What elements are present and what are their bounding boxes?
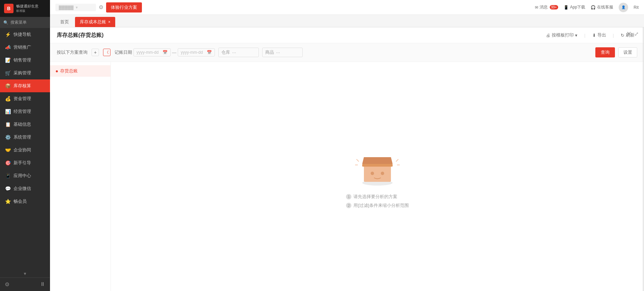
sidebar-item-label: 新手引导 [14, 160, 31, 166]
sidebar-item-finance[interactable]: 💰 资金管理 [0, 92, 50, 105]
logo-icon: B [4, 4, 14, 13]
sidebar-item-label: 资金管理 [14, 96, 31, 102]
top-header: ▓▓▓▓▓ ▾ ⚙ 体验行业方案 ✉ 消息 99+ 📱 App下载 🎧 在线客服… [50, 0, 644, 15]
operation-icon: 📊 [5, 108, 11, 115]
sidebar-item-label: 销售管理 [14, 57, 31, 63]
scheme-item-inventory-ledger[interactable]: ● 存货总账 [50, 65, 110, 77]
collapse-icon[interactable]: ⏸ [40, 281, 45, 288]
sidebar-item-inventory[interactable]: 📦 库存核算 [0, 79, 50, 92]
action-divider: | [584, 33, 585, 38]
date-start-input[interactable]: yyyy-mm-dd 📅 [133, 48, 171, 56]
sidebar-item-appstore[interactable]: 📱 应用中心 [0, 169, 50, 182]
resize-panel-button[interactable]: ⤢ [634, 31, 639, 37]
empty-hint-2: 2 用[过滤]条件来缩小分析范围 [346, 201, 408, 210]
tab-inventory-cost[interactable]: 库存成本总账 × [75, 17, 115, 27]
trial-button[interactable]: 体验行业方案 [106, 2, 142, 13]
right-resize-handle[interactable] [642, 27, 644, 291]
message-label: 消息 [540, 4, 548, 10]
member-icon: ⭐ [5, 198, 11, 204]
marketing-icon: 📣 [5, 44, 11, 50]
tab-bar: 首页 库存成本总账 × [50, 15, 644, 27]
scheme-panel: ● 存货总账 [50, 62, 644, 291]
sidebar-item-label: 系统管理 [14, 134, 31, 140]
header-right: ✉ 消息 99+ 📱 App下载 🎧 在线客服 👤 Rit [535, 3, 639, 12]
calendar-end-icon[interactable]: 📅 [207, 50, 212, 55]
sidebar-item-label: 企业协同 [14, 147, 31, 153]
message-icon: ✉ [535, 5, 538, 10]
date-start-placeholder: yyyy-mm-dd [137, 50, 158, 55]
app-download-button[interactable]: 📱 App下载 [564, 4, 585, 10]
sidebar-item-newbie[interactable]: 🎯 新手引导 [0, 156, 50, 169]
sidebar: B 畅捷通好生意 标准版 🔍 搜索菜单 ⚡ 快捷导航 📣 营销推广 📝 销售管理… [0, 0, 50, 291]
header-settings-icon[interactable]: ⚙ [99, 4, 103, 10]
sidebar-search[interactable]: 🔍 搜索菜单 [0, 17, 50, 28]
step-2-icon: 2 [346, 203, 351, 208]
logo-text-group: 畅捷通好生意 标准版 [16, 4, 39, 13]
svg-line-7 [356, 159, 359, 162]
sidebar-item-label: 快捷导航 [14, 31, 31, 38]
filter-settings-button[interactable]: 设置 [618, 47, 637, 57]
sidebar-scroll-down[interactable]: ▼ [0, 270, 50, 277]
empty-illustration [354, 143, 401, 187]
wechat-icon: 💬 [5, 186, 11, 192]
filter-add-button[interactable]: + [92, 49, 99, 56]
settings-icon[interactable]: ⚙ [5, 281, 9, 288]
sidebar-item-system[interactable]: ⚙️ 系统管理 [0, 131, 50, 144]
sidebar-item-marketing[interactable]: 📣 营销推广 [0, 41, 50, 54]
sidebar-item-shortcut[interactable]: ⚡ 快捷导航 [0, 28, 50, 41]
warehouse-more-icon[interactable]: ··· [232, 50, 236, 55]
search-button[interactable]: 查询 [595, 47, 615, 57]
sidebar-item-label: 基础信息 [14, 121, 31, 127]
svg-point-5 [371, 172, 374, 175]
system-icon: ⚙️ [5, 134, 11, 140]
service-label: 在线客服 [597, 4, 613, 10]
tab-home[interactable]: 首页 [55, 17, 74, 27]
sidebar-item-wechat[interactable]: 💬 企业微信 [0, 182, 50, 195]
tab-close-icon[interactable]: × [108, 20, 110, 24]
sidebar-item-basic[interactable]: 📋 基础信息 [0, 118, 50, 131]
calendar-start-icon[interactable]: 📅 [163, 50, 168, 55]
goods-more-icon[interactable]: ··· [276, 50, 280, 55]
scheme-sidebar: ● 存货总账 [50, 62, 111, 291]
purchase-icon: 🛒 [5, 70, 11, 76]
app-badge: 标准版 [16, 9, 39, 13]
sidebar-item-sales[interactable]: 📝 销售管理 [0, 54, 50, 67]
username-label: Rit [634, 5, 639, 10]
empty-svg [354, 143, 401, 187]
message-button[interactable]: ✉ 消息 99+ [535, 4, 558, 10]
sidebar-navigation: ⚡ 快捷导航 📣 营销推广 📝 销售管理 🛒 采购管理 📦 库存核算 💰 资金管… [0, 28, 50, 270]
print-template-button[interactable]: 🖨 按模板打印 ▾ [543, 31, 580, 40]
sidebar-item-purchase[interactable]: 🛒 采购管理 [0, 67, 50, 79]
export-button[interactable]: ⬇ 导出 [590, 31, 609, 40]
sidebar-footer: ⚙ ⏸ [0, 277, 50, 291]
online-service-button[interactable]: 🎧 在线客服 [591, 4, 613, 10]
breadcrumb-area[interactable]: ▓▓▓▓▓ ▾ [55, 4, 96, 11]
main-content: ▓▓▓▓▓ ▾ ⚙ 体验行业方案 ✉ 消息 99+ 📱 App下载 🎧 在线客服… [50, 0, 644, 291]
filter-collapse-button[interactable]: 《 [103, 49, 110, 56]
sidebar-item-label: 采购管理 [14, 70, 31, 76]
sidebar-item-operation[interactable]: 📊 经营管理 [0, 105, 50, 118]
sidebar-item-label: 库存核算 [14, 83, 31, 89]
scroll-down-icon[interactable]: ▼ [23, 271, 27, 276]
warehouse-filter[interactable]: 仓库 ··· [218, 48, 259, 57]
user-avatar[interactable]: 👤 [619, 3, 628, 12]
appstore-icon: 📱 [5, 173, 11, 179]
goods-filter[interactable]: 商品 ··· [262, 48, 303, 57]
panel-controls: ✕ ⤢ [626, 30, 639, 38]
close-panel-button[interactable]: ✕ [626, 30, 631, 38]
date-end-input[interactable]: yyyy-mm-dd 📅 [178, 48, 215, 56]
sidebar-item-enterprise[interactable]: 🤝 企业协同 [0, 144, 50, 156]
search-icon: 🔍 [3, 20, 8, 25]
svg-line-8 [396, 159, 398, 162]
hint-2-text: 用[过滤]条件来缩小分析范围 [353, 201, 408, 210]
date-separator: — [172, 50, 176, 55]
scheme-item-icon: ● [55, 68, 58, 74]
newbie-icon: 🎯 [5, 160, 11, 166]
sidebar-item-member[interactable]: ⭐ 畅会员 [0, 195, 50, 208]
finance-icon: 💰 [5, 96, 11, 102]
step-1-icon: 1 [346, 194, 351, 199]
filter-date-group: 记账日期 yyyy-mm-dd 📅 — yyyy-mm-dd 📅 [115, 48, 215, 56]
svg-rect-2 [364, 165, 391, 182]
filter-label: 按以下方案查询 [57, 49, 88, 55]
sidebar-logo: B 畅捷通好生意 标准版 [0, 0, 50, 17]
